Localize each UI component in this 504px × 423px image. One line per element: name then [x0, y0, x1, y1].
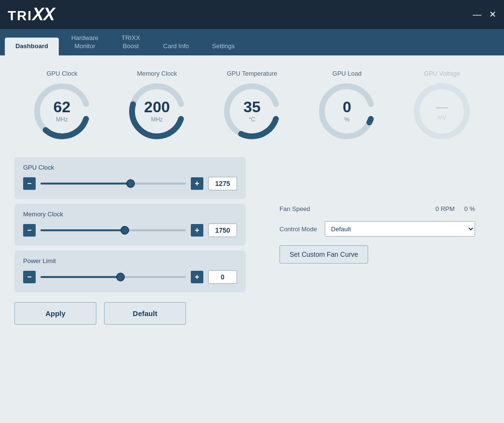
- nav-tabs: Dashboard HardwareMonitor TRIXXBoost Car…: [0, 29, 504, 55]
- app-logo: TRIXX: [8, 4, 54, 25]
- gpu-clock-slider-thumb[interactable]: [126, 179, 135, 188]
- gauge-gpu-voltage-label: GPU Voltage: [424, 70, 460, 77]
- gauge-gpu-load-container: 0 %: [316, 80, 378, 143]
- fan-speed-rpm: 0 RPM: [436, 205, 455, 212]
- gauge-gpu-clock-label: GPU Clock: [46, 70, 77, 77]
- power-limit-minus-button[interactable]: −: [23, 271, 36, 283]
- power-limit-panel-label: Power Limit: [23, 257, 237, 264]
- fan-speed-row: Fan Speed 0 RPM 0 %: [279, 205, 475, 212]
- gauge-gpu-clock-container: 62 MHz: [31, 80, 93, 143]
- memory-clock-minus-button[interactable]: −: [23, 224, 36, 237]
- gpu-clock-value: 1275: [208, 177, 237, 190]
- tab-trixx-boost[interactable]: TRIXXBoost: [111, 29, 150, 55]
- default-button[interactable]: Default: [104, 302, 186, 325]
- gpu-clock-slider-track[interactable]: [40, 183, 186, 185]
- tab-card-info[interactable]: Card Info: [153, 38, 199, 55]
- gauge-gpu-load: GPU Load 0 %: [316, 70, 378, 143]
- gauge-gpu-voltage-container: — mV: [411, 80, 473, 143]
- minimize-button[interactable]: —: [473, 10, 481, 19]
- power-limit-slider-thumb[interactable]: [116, 273, 125, 281]
- control-mode-label: Control Mode: [279, 225, 317, 233]
- main-content: GPU Clock 62 MHz Memory Clock: [0, 55, 504, 423]
- apply-button[interactable]: Apply: [14, 302, 96, 325]
- tab-settings[interactable]: Settings: [201, 38, 245, 55]
- controls-row: GPU Clock − + 1275 Memory Clock −: [14, 157, 490, 292]
- memory-clock-slider-row: − + 1750: [23, 224, 237, 237]
- gauge-gpu-load-value: 0 %: [343, 99, 351, 123]
- title-bar: TRIXX — ✕: [0, 0, 504, 29]
- gauge-memory-clock-value: 200 MHz: [144, 99, 170, 123]
- memory-clock-panel: Memory Clock − + 1750: [14, 204, 246, 246]
- gpu-clock-panel-label: GPU Clock: [23, 164, 237, 171]
- memory-clock-slider-track[interactable]: [40, 229, 186, 231]
- power-limit-plus-button[interactable]: +: [191, 271, 203, 283]
- memory-clock-value: 1750: [208, 224, 237, 237]
- power-limit-panel: Power Limit − + 0: [14, 251, 246, 292]
- fan-speed-values: 0 RPM 0 %: [436, 205, 475, 212]
- fan-speed-label: Fan Speed: [279, 205, 310, 212]
- memory-clock-slider-fill: [40, 229, 125, 231]
- tab-dashboard[interactable]: Dashboard: [5, 38, 59, 55]
- gauge-gpu-temp: GPU Temperature 35 °C: [221, 70, 283, 143]
- gauge-memory-clock-container: 200 MHz: [126, 80, 188, 143]
- gauge-gpu-temp-label: GPU Temperature: [227, 70, 278, 77]
- power-limit-slider-fill: [40, 276, 120, 278]
- gauge-gpu-clock-value: 62 MHz: [53, 99, 71, 123]
- gpu-clock-plus-button[interactable]: +: [191, 177, 203, 190]
- window-controls: — ✕: [473, 10, 496, 19]
- gauge-memory-clock-label: Memory Clock: [137, 70, 177, 77]
- gpu-clock-minus-button[interactable]: −: [23, 177, 36, 190]
- close-button[interactable]: ✕: [489, 10, 496, 19]
- set-custom-fan-curve-button[interactable]: Set Custom Fan Curve: [279, 245, 368, 264]
- gpu-clock-slider-fill: [40, 183, 131, 185]
- gauge-gpu-temp-value: 35 °C: [243, 99, 261, 123]
- power-limit-slider-row: − + 0: [23, 270, 237, 284]
- memory-clock-slider-thumb[interactable]: [120, 226, 129, 235]
- gauge-gpu-clock: GPU Clock 62 MHz: [31, 70, 93, 143]
- gauge-gpu-temp-container: 35 °C: [221, 80, 283, 143]
- control-mode-select[interactable]: Default Manual Auto: [325, 221, 475, 237]
- gauges-row: GPU Clock 62 MHz Memory Clock: [14, 65, 490, 147]
- gauge-gpu-voltage: GPU Voltage — mV: [411, 70, 473, 143]
- gpu-clock-slider-row: − + 1275: [23, 177, 237, 190]
- power-limit-slider-track[interactable]: [40, 276, 186, 278]
- fan-speed-percent: 0 %: [464, 205, 475, 212]
- gpu-clock-panel: GPU Clock − + 1275: [14, 157, 246, 199]
- left-controls: GPU Clock − + 1275 Memory Clock −: [14, 157, 246, 292]
- gauge-gpu-load-label: GPU Load: [332, 70, 362, 77]
- right-controls: Fan Speed 0 RPM 0 % Control Mode Default…: [255, 157, 490, 292]
- memory-clock-panel-label: Memory Clock: [23, 211, 237, 218]
- gauge-gpu-voltage-value: — mV: [436, 101, 448, 121]
- gauge-memory-clock: Memory Clock 200 MHz: [126, 70, 188, 143]
- bottom-buttons: Apply Default: [14, 302, 490, 325]
- control-mode-row: Control Mode Default Manual Auto: [279, 221, 475, 237]
- memory-clock-plus-button[interactable]: +: [191, 224, 203, 237]
- tab-hardware-monitor[interactable]: HardwareMonitor: [61, 29, 109, 55]
- power-limit-value: 0: [208, 270, 237, 284]
